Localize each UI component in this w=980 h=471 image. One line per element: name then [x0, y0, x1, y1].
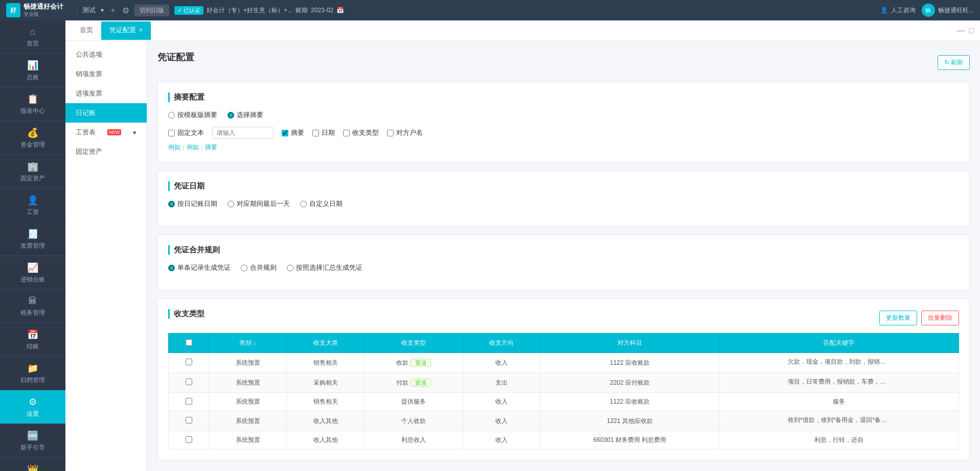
radio-merge-rules[interactable]: 合并规则: [241, 263, 277, 272]
td-category-2: 系统预置: [209, 373, 287, 393]
th-category[interactable]: 类别 ↓: [209, 334, 287, 353]
tab-home[interactable]: 首页: [72, 21, 101, 40]
td-direction-3: 收入: [463, 393, 540, 411]
radio-select[interactable]: 选择摘要: [227, 110, 263, 120]
row-checkbox-5[interactable]: [186, 436, 192, 443]
sidebar-label-payroll: 工资: [27, 208, 39, 217]
content-area: 首页 凭证配置 × — □ 公共选项 销项发票: [65, 20, 980, 471]
logo-icon: 好: [6, 3, 20, 17]
sidebar-item-home[interactable]: ⌂ 首页: [0, 20, 65, 54]
table-row: 系统预置 销售相关 提供服务 收入 1122 应收账款 服务: [169, 393, 959, 411]
fixed-text-input[interactable]: [212, 127, 274, 139]
sidebar-item-close[interactable]: 📅 结账: [0, 323, 65, 357]
sub-nav-fixed-assets[interactable]: 固定资产: [65, 142, 147, 161]
tab-actions: — □: [956, 26, 974, 35]
th-direction[interactable]: 收支方向: [463, 334, 540, 353]
update-qty-btn[interactable]: 更新数量: [879, 311, 917, 325]
td-subject-3: 1122 应收账款: [540, 393, 719, 411]
batch-delete-btn[interactable]: 批量删除: [921, 311, 959, 325]
row-checkbox-4[interactable]: [186, 417, 192, 423]
tab-voucher-config[interactable]: 凭证配置 ×: [101, 21, 151, 40]
consult-icon: 👤: [880, 7, 888, 14]
td-type-3: 提供服务: [364, 393, 463, 411]
radio-custom-date[interactable]: 自定义日期: [300, 199, 343, 208]
invoice-icon: 🧾: [27, 228, 38, 240]
main-layout: ⌂ 首页 📊 总账 📋 报表中心 💰 资金管理 🏢 固定资产 👤 工资 🧾 发票…: [0, 20, 980, 471]
radio-summary-gen[interactable]: 按照选择汇总生成凭证: [287, 263, 362, 272]
td-type-1: 收款 置顶: [364, 353, 463, 373]
purchase-sales-icon: 📈: [27, 262, 38, 273]
window-maximize-btn[interactable]: □: [969, 26, 974, 35]
sidebar-item-purchase-sales[interactable]: 📈 进销台账: [0, 256, 65, 290]
date-title: 凭证日期: [168, 181, 959, 191]
row-checkbox-3[interactable]: [186, 398, 192, 405]
window-minimize-btn[interactable]: —: [956, 26, 965, 35]
radio-template[interactable]: 按模板版摘要: [168, 110, 217, 120]
summary-checkbox[interactable]: 摘要: [282, 128, 304, 137]
sidebar-label-reports: 报表中心: [20, 107, 45, 115]
expand-icon: ▾: [133, 129, 136, 136]
sidebar-item-assets[interactable]: 🏢 固定资产: [0, 155, 65, 189]
table-row: 系统预置 收入其他 个人收款 收入 1221 其他应收款 收到*借款，收到*备用…: [169, 411, 959, 431]
counterpart-checkbox[interactable]: 对方户名: [387, 128, 423, 137]
sub-nav-journal[interactable]: 日记账: [65, 103, 147, 123]
badge-top-2: 置顶: [411, 379, 431, 387]
sidebar-item-archive[interactable]: 📁 归档管理: [0, 357, 65, 390]
sidebar-item-payroll[interactable]: 👤 工资: [0, 189, 65, 222]
topbar-settings-btn[interactable]: ⚙: [122, 6, 129, 15]
date-radio-group: 按日记账日期 对应期间最后一天 自定义日期: [168, 199, 959, 208]
sidebar-item-guide[interactable]: 🆕 新手引导: [0, 424, 65, 458]
inner-layout: 公共选项 销项发票 进项发票 日记账 工资表 NEW ▾: [65, 41, 980, 471]
sub-nav-purchase-invoice[interactable]: 进项发票: [65, 84, 147, 103]
sub-nav-sales-invoice[interactable]: 销项发票: [65, 64, 147, 84]
tab-close-btn[interactable]: ×: [139, 27, 143, 34]
funds-icon: 💰: [27, 127, 38, 138]
td-keywords-5: 利息，行转，还自: [719, 431, 959, 450]
sidebar-item-reports[interactable]: 📋 报表中心: [0, 87, 65, 121]
td-check-2: [169, 373, 209, 393]
topbar-add-btn[interactable]: ＋: [109, 5, 117, 16]
td-check-1: [169, 353, 209, 373]
td-keywords-3: 服务: [719, 393, 959, 411]
date-checkbox[interactable]: 日期: [312, 128, 335, 137]
table-actions: 更新数量 批量删除: [879, 311, 959, 325]
topbar-dropdown-arrow[interactable]: ▾: [101, 7, 104, 14]
income-type-checkbox[interactable]: 收支类型: [343, 128, 379, 137]
summary-radio-group: 按模板版摘要 选择摘要: [168, 110, 959, 120]
example-text: 例如：例如：摘要: [168, 143, 959, 152]
radio-last-day[interactable]: 对应期间最后一天: [227, 199, 290, 208]
td-direction-1: 收入: [463, 353, 540, 373]
topbar-calendar-icon[interactable]: 📅: [336, 7, 344, 14]
user-menu[interactable]: 畅 畅捷通旺旺...: [922, 4, 974, 17]
sidebar-label-guide: 新手引导: [20, 443, 45, 452]
sub-nav-public[interactable]: 公共选项: [65, 45, 147, 64]
sidebar-item-tax[interactable]: 🏛 税务管理: [0, 290, 65, 323]
radio-journal-date[interactable]: 按日记账日期: [168, 199, 217, 208]
topbar-company: 测试: [82, 6, 96, 15]
sidebar-item-funds[interactable]: 💰 资金管理: [0, 121, 65, 155]
home-icon: ⌂: [30, 27, 36, 37]
logo: 好 畅捷通好会计 专业版: [6, 3, 72, 18]
th-keywords[interactable]: 匹配关键字: [719, 334, 959, 353]
sidebar-item-ledger[interactable]: 📊 总账: [0, 54, 65, 87]
sidebar-item-member[interactable]: 👑 畅会员: [0, 458, 65, 471]
td-major-2: 采购相关: [287, 373, 364, 393]
row-checkbox-2[interactable]: [186, 379, 192, 385]
payroll-icon: 👤: [27, 195, 38, 206]
refresh-btn[interactable]: ↻ 刷新: [938, 55, 970, 70]
consult-btn[interactable]: 👤 人工咨询: [880, 6, 916, 15]
radio-single[interactable]: 单条记录生成凭证: [168, 263, 231, 272]
th-type[interactable]: 收支类型: [364, 334, 463, 353]
switch-version-btn[interactable]: 切到旧版: [134, 5, 169, 16]
topbar-right: 👤 人工咨询 畅 畅捷通旺旺...: [880, 4, 974, 17]
th-major[interactable]: 收支大类: [287, 334, 364, 353]
fixed-text-checkbox[interactable]: 固定文本: [168, 128, 204, 137]
th-subject[interactable]: 对方科目: [540, 334, 719, 353]
sidebar-item-settings[interactable]: ⚙ 设置: [0, 390, 65, 424]
sidebar-item-invoice[interactable]: 🧾 发票管理: [0, 222, 65, 256]
sub-nav-payroll-table[interactable]: 工资表 NEW ▾: [65, 123, 147, 142]
badge-top-1: 置顶: [411, 359, 431, 367]
row-checkbox-1[interactable]: [186, 359, 192, 365]
select-all-checkbox[interactable]: [186, 339, 192, 346]
td-major-5: 收入其他: [287, 431, 364, 450]
